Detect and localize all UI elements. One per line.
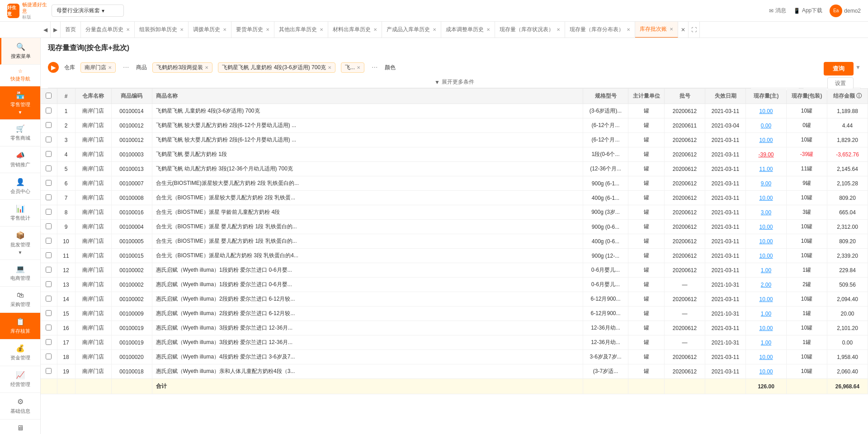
goods-filter-label: 商品 (136, 64, 147, 71)
table-cell: 罐 (628, 205, 665, 220)
table-cell: 10罐 (787, 191, 827, 205)
tab-xian-cun-kuzhuang[interactable]: 现存量（库存状况表） ✕ (495, 22, 565, 38)
tab-yao-huo[interactable]: 要货单历史 ✕ (231, 22, 274, 38)
tab-fen-pan[interactable]: 分量盘点单历史 ✕ (81, 22, 135, 38)
expand-more-conditions[interactable]: ▼ 展开更多条件 (48, 76, 861, 88)
query-button[interactable]: 查询 (824, 62, 854, 75)
message-action[interactable]: ✉ 消息 (769, 7, 786, 14)
tab-close-icon[interactable]: ✕ (126, 27, 130, 32)
row-checkbox[interactable] (46, 368, 52, 374)
tab-close-icon[interactable]: ✕ (627, 27, 630, 32)
tab-close-icon[interactable]: ✕ (670, 27, 673, 32)
tab-nav-next[interactable]: ▶ (51, 22, 61, 38)
tag-close-icon[interactable]: ✕ (328, 65, 331, 70)
tab-more[interactable]: ✕ (678, 22, 689, 38)
tab-close-icon[interactable]: ✕ (180, 27, 184, 32)
row-checkbox[interactable] (46, 151, 52, 157)
tab-close-icon[interactable]: ✕ (557, 27, 560, 32)
table-cell: 8 (57, 205, 75, 220)
row-checkbox[interactable] (46, 194, 52, 200)
sidebar: 🔍 搜索菜单 ☆ 快捷导航 🏪 零售管理 ▼ 🛒 零售商城 📣 营销推广 👤 会… (0, 38, 41, 434)
tab-ku-pi[interactable]: 库存批次账 ✕ (635, 22, 678, 38)
tab-qi-ta-out[interactable]: 其他出库单历史 ✕ (274, 22, 328, 38)
row-checkbox[interactable] (46, 137, 52, 142)
tab-home[interactable]: 首页 (61, 22, 81, 38)
sidebar-item-search[interactable]: 🔍 搜索菜单 (0, 38, 40, 65)
table-row: 11南岸门店00100015合生元（BIOSTIME）派星幼儿配方奶粉 3段 乳… (41, 249, 868, 263)
tab-diao-bo[interactable]: 调拨单历史 ✕ (189, 22, 231, 38)
select-all-checkbox[interactable] (46, 93, 52, 99)
sidebar-item-retail-stats[interactable]: 📊 零售统计 (0, 200, 40, 226)
tag-close-icon[interactable]: ✕ (357, 65, 360, 70)
avatar: Ea (830, 5, 842, 17)
settings-button[interactable]: 设置 (827, 77, 854, 90)
sidebar-item-finance[interactable]: 💰 资金管理 (0, 340, 40, 366)
table-cell: 罐 (628, 176, 665, 191)
sidebar-item-member[interactable]: 👤 会员中心 (0, 173, 40, 200)
row-checkbox[interactable] (46, 252, 52, 258)
tab-cheng-ben[interactable]: 成本调整单历史 ✕ (441, 22, 495, 38)
sidebar-item-ecommerce[interactable]: 💻 电商管理 (0, 260, 40, 287)
tab-chan-pin-in[interactable]: 产成品入库单历史 ✕ (382, 22, 441, 38)
shop-icon: 🛒 (16, 124, 25, 133)
row-checkbox[interactable] (46, 281, 52, 287)
tab-cai-liao-out[interactable]: 材料出库单历史 ✕ (328, 22, 382, 38)
tab-zu-chai[interactable]: 组装拆卸单历史 ✕ (135, 22, 189, 38)
tab-close-icon[interactable]: ✕ (266, 27, 269, 32)
sidebar-item-purchase[interactable]: 🛍 采购管理 (0, 287, 40, 313)
tab-close-icon[interactable]: ✕ (320, 27, 323, 32)
table-cell: 00100005 (111, 234, 152, 249)
color-dropdown-icon[interactable]: ▼ (855, 64, 861, 71)
tab-nav-prev[interactable]: ◀ (41, 22, 51, 38)
sidebar-item-basic[interactable]: ⚙ 基础信息 (0, 393, 40, 420)
table-cell: 6-12月900... (583, 292, 628, 307)
tab-fullscreen[interactable]: ⛶ (689, 22, 700, 38)
row-checkbox[interactable] (46, 325, 52, 330)
sidebar-item-retail-shop[interactable]: 🛒 零售商城 (0, 120, 40, 146)
expand-arrow-button[interactable]: ▶ (48, 62, 59, 73)
table-cell: 20200612 (665, 292, 705, 307)
row-checkbox[interactable] (46, 180, 52, 186)
table-cell: (3-7岁适... (583, 364, 628, 379)
tab-close-icon[interactable]: ✕ (486, 27, 490, 32)
row-checkbox[interactable] (46, 209, 52, 215)
row-checkbox[interactable] (46, 296, 52, 302)
sidebar-item-retail-mgmt[interactable]: 🏪 零售管理 ▼ (0, 86, 40, 120)
tab-xian-cun-fenbu[interactable]: 现存量（库存分布表） ✕ (565, 22, 635, 38)
table-cell: 罐 (628, 263, 665, 278)
table-cell: 南岸门店 (75, 176, 111, 191)
tag-close-icon[interactable]: ✕ (205, 65, 208, 70)
sidebar-item-operations[interactable]: 📈 经营管理 (0, 366, 40, 393)
sidebar-item-marketing[interactable]: 📣 营销推广 (0, 146, 40, 173)
row-checkbox[interactable] (46, 108, 52, 113)
table-cell: 00100014 (111, 104, 152, 118)
table-cell: 罐 (628, 133, 665, 147)
row-checkbox[interactable] (46, 339, 52, 345)
app-download-action[interactable]: 📱 App下载 (793, 7, 822, 14)
row-checkbox[interactable] (46, 122, 52, 128)
user-action[interactable]: Ea demo2 (830, 5, 861, 17)
sidebar-item-inventory[interactable]: 📋 库存核算 (0, 313, 40, 340)
table-cell: 1,829.20 (827, 133, 868, 147)
table-cell: (12-36个月... (583, 162, 628, 176)
row-checkbox[interactable] (46, 267, 52, 273)
row-checkbox[interactable] (46, 223, 52, 229)
sidebar-item-system[interactable]: 🖥 系统管理 (0, 420, 40, 434)
sidebar-nav-shortcut[interactable]: ☆ 快捷导航 (0, 65, 40, 86)
table-cell: 9.00 (746, 176, 787, 191)
row-checkbox[interactable] (46, 310, 52, 316)
tab-close-icon[interactable]: ✕ (373, 27, 377, 32)
tab-close-icon[interactable]: ✕ (433, 27, 436, 32)
warehouse-more-icon[interactable]: ··· (121, 63, 131, 71)
table-cell: 16 (57, 321, 75, 335)
tab-close-icon[interactable]: ✕ (223, 27, 226, 32)
sidebar-item-wholesale[interactable]: 📦 批发管理 ▼ (0, 226, 40, 260)
row-checkbox[interactable] (46, 238, 52, 244)
row-checkbox[interactable] (46, 165, 52, 171)
table-cell: 10.00 (746, 133, 787, 147)
table-cell: 10罐 (787, 249, 827, 263)
industry-selector[interactable]: 母婴行业演示账套 ▾ (52, 5, 124, 17)
row-checkbox[interactable] (46, 354, 52, 359)
goods-more-icon[interactable]: ··· (370, 63, 379, 71)
tag-close-icon[interactable]: ✕ (108, 65, 112, 70)
